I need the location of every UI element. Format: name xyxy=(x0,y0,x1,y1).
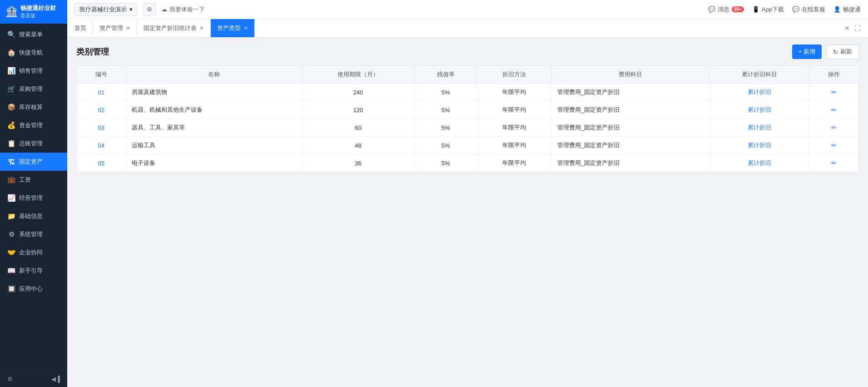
sidebar-footer: ⚙ ◀▐ xyxy=(0,371,67,387)
online-service-button[interactable]: 💬 在线客服 xyxy=(792,5,825,14)
app-download-button[interactable]: 📱 App下载 xyxy=(752,5,784,14)
cell-period: 240 xyxy=(302,84,414,101)
sidebar-label-collab: 企业协同 xyxy=(19,248,43,257)
cell-action[interactable]: ✏ xyxy=(809,137,858,154)
try-experience-button[interactable]: ☁ 我要体验一下 xyxy=(161,5,205,14)
tab-asset-type[interactable]: 资产类型 ✕ xyxy=(211,19,255,37)
cell-period: 60 xyxy=(302,119,414,137)
sidebar-item-guide[interactable]: 📖新手引导 xyxy=(0,262,67,280)
message-label: 消息 xyxy=(718,5,729,14)
col-period: 使用期限（月） xyxy=(302,66,414,84)
company-name: 医疗器械行业演示 xyxy=(79,5,127,14)
cell-action[interactable]: ✏ xyxy=(809,84,858,101)
tab-asset-mgmt-close[interactable]: ✕ xyxy=(126,25,130,31)
sidebar-item-sales[interactable]: 📊销售管理 xyxy=(0,62,67,80)
window-controls: ✕ ⛶ xyxy=(844,25,861,32)
edit-button[interactable]: ✏ xyxy=(831,159,837,167)
sidebar-item-ledger[interactable]: 📋总账管理 xyxy=(0,134,67,153)
sidebar-label-salary: 工资 xyxy=(19,176,31,184)
username-label: 畅捷通 xyxy=(843,5,861,14)
company-selector[interactable]: 医疗器械行业演示 ▾ xyxy=(74,3,138,16)
edit-button[interactable]: ✏ xyxy=(831,106,837,114)
tab-depreciation-close[interactable]: ✕ xyxy=(199,25,204,31)
sidebar-item-system[interactable]: ⚙系统管理 xyxy=(0,225,67,243)
sidebar-label-basic: 基础信息 xyxy=(19,212,43,220)
service-icon: 💬 xyxy=(792,6,799,13)
sidebar-item-collab[interactable]: 🤝企业协同 xyxy=(0,243,67,262)
operations-icon: 📈 xyxy=(7,194,15,202)
tab-home-label: 首页 xyxy=(74,24,86,32)
page-actions: + 新增 ↻ 刷新 xyxy=(792,45,859,59)
table-row: 05 电子设备 36 5% 年限平均 管理费用_固定资产折旧 累计折旧 ✏ xyxy=(77,154,858,172)
app-logo: 🏦 畅捷通好业财 普及版 xyxy=(0,0,67,24)
cell-action[interactable]: ✏ xyxy=(809,119,858,137)
tab-depreciation-label: 固定资产折旧统计表 xyxy=(144,24,197,32)
salary-icon: 💼 xyxy=(7,176,15,184)
topbar-settings-button[interactable]: ⚙ xyxy=(143,3,156,16)
tab-depreciation-table[interactable]: 固定资产折旧统计表 ✕ xyxy=(137,19,211,37)
refresh-button[interactable]: ↻ 刷新 xyxy=(826,45,859,59)
cell-action[interactable]: ✏ xyxy=(809,154,858,172)
cell-id: 03 xyxy=(77,119,126,137)
refresh-label: 刷新 xyxy=(840,48,852,56)
search-icon: 🔍 xyxy=(7,30,15,39)
edit-button[interactable]: ✏ xyxy=(831,89,837,96)
sidebar-item-funds[interactable]: 💰资金管理 xyxy=(0,116,67,134)
edit-button[interactable]: ✏ xyxy=(831,142,837,149)
table-row: 04 运输工具 48 5% 年限平均 管理费用_固定资产折旧 累计折旧 ✏ xyxy=(77,137,858,154)
sidebar-item-quicknav[interactable]: 🏠快捷导航 xyxy=(0,44,67,62)
system-icon: ⚙ xyxy=(7,230,15,238)
user-menu-button[interactable]: 👤 畅捷通 xyxy=(833,5,861,14)
collapse-icon[interactable]: ◀▐ xyxy=(51,376,60,382)
tab-asset-mgmt[interactable]: 资产管理 ✕ xyxy=(93,19,137,37)
guide-icon: 📖 xyxy=(7,267,15,275)
tab-home[interactable]: 首页 xyxy=(74,19,93,37)
cell-residual: 5% xyxy=(415,119,477,137)
cell-action[interactable]: ✏ xyxy=(809,101,858,119)
app-edition: 普及版 xyxy=(20,12,56,19)
category-table-container: 编号 名称 使用期限（月） 残值率 折旧方法 费用科目 累计折旧科目 操作 01… xyxy=(76,65,859,172)
sidebar-label-fixed: 固定资产 xyxy=(19,158,43,166)
cloud-icon: ☁ xyxy=(161,6,167,13)
cell-id: 05 xyxy=(77,154,126,172)
sidebar-item-purchase[interactable]: 🛒采购管理 xyxy=(0,80,67,98)
cell-expense: 管理费用_固定资产折旧 xyxy=(551,84,709,101)
chevron-down-icon: ▾ xyxy=(129,6,133,13)
cell-accumulation: 累计折旧 xyxy=(709,119,809,137)
sidebar-item-apps[interactable]: 🔲应用中心 xyxy=(0,280,67,298)
cell-residual: 5% xyxy=(415,101,477,119)
refresh-icon: ↻ xyxy=(833,49,838,55)
sidebar-item-fixed[interactable]: 🏗固定资产 xyxy=(0,153,67,171)
cell-accumulation: 累计折旧 xyxy=(709,101,809,119)
message-button[interactable]: 💬 消息 99+ xyxy=(708,5,744,14)
sidebar-label-ledger: 总账管理 xyxy=(19,139,43,148)
cell-id: 02 xyxy=(77,101,126,119)
sidebar-item-basic[interactable]: 📁基础信息 xyxy=(0,207,67,225)
sidebar-label-sales: 销售管理 xyxy=(19,67,43,75)
settings-icon[interactable]: ⚙ xyxy=(7,376,13,382)
cell-residual: 5% xyxy=(415,137,477,154)
purchase-icon: 🛒 xyxy=(7,85,15,93)
sidebar-item-salary[interactable]: 💼工资 xyxy=(0,171,67,189)
page-title: 类别管理 xyxy=(76,46,109,57)
cell-name: 器具、工具、家具等 xyxy=(126,119,302,137)
fixed-icon: 🏗 xyxy=(7,158,15,166)
cell-method: 年限平均 xyxy=(477,119,552,137)
cell-period: 48 xyxy=(302,137,414,154)
cell-accumulation: 累计折旧 xyxy=(709,137,809,154)
tab-asset-type-close[interactable]: ✕ xyxy=(243,25,248,31)
sidebar-label-funds: 资金管理 xyxy=(19,121,43,129)
expand-window-icon[interactable]: ⛶ xyxy=(854,25,861,32)
col-action: 操作 xyxy=(809,66,858,84)
sidebar-label-search: 搜索菜单 xyxy=(19,30,43,39)
edit-button[interactable]: ✏ xyxy=(831,124,837,131)
col-id: 编号 xyxy=(77,66,126,84)
sidebar-label-apps: 应用中心 xyxy=(19,285,43,293)
add-button[interactable]: + 新增 xyxy=(792,45,822,59)
main-wrapper: 医疗器械行业演示 ▾ ⚙ ☁ 我要体验一下 💬 消息 99+ 📱 App下载 💬… xyxy=(67,0,868,387)
sidebar-item-search[interactable]: 🔍搜索菜单 xyxy=(0,25,67,44)
cell-name: 电子设备 xyxy=(126,154,302,172)
sidebar-item-inventory[interactable]: 📦库存核算 xyxy=(0,98,67,116)
close-window-icon[interactable]: ✕ xyxy=(844,25,850,32)
sidebar-item-operations[interactable]: 📈经营管理 xyxy=(0,189,67,207)
